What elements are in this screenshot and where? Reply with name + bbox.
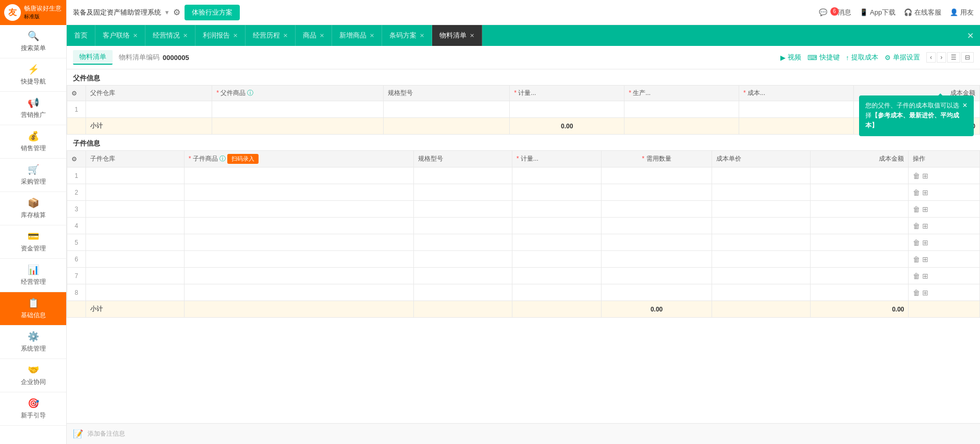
sidebar-item-operations[interactable]: 📊 经营管理 bbox=[0, 259, 66, 292]
scan-input-btn[interactable]: 扫码录入 bbox=[227, 154, 259, 164]
child-cell-spec-7[interactable] bbox=[414, 268, 512, 284]
user-btn[interactable]: 👤 用友 bbox=[950, 8, 974, 17]
parent-cell-product[interactable] bbox=[212, 101, 384, 118]
child-cell-product-4[interactable] bbox=[184, 218, 413, 234]
collapse-btn[interactable]: ⊟ bbox=[961, 52, 974, 63]
copy-icon-6[interactable]: ⊞ bbox=[922, 255, 928, 263]
copy-icon-2[interactable]: ⊞ bbox=[922, 188, 928, 197]
delete-icon-5[interactable]: 🗑 bbox=[913, 238, 920, 247]
tab-new-product[interactable]: 新增商品 ✕ bbox=[332, 25, 382, 46]
delete-icon-8[interactable]: 🗑 bbox=[913, 289, 920, 297]
child-col-settings[interactable]: ⚙ bbox=[67, 151, 86, 167]
parent-col-settings[interactable]: ⚙ bbox=[67, 86, 86, 101]
copy-icon-1[interactable]: ⊞ bbox=[922, 172, 928, 180]
sidebar-item-basicinfo[interactable]: 📋 基础信息 bbox=[0, 292, 66, 326]
tab-profit[interactable]: 利润报告 ✕ bbox=[195, 25, 246, 46]
child-cell-unit-cost-5[interactable] bbox=[712, 234, 811, 251]
tab-customer[interactable]: 客户联络 ✕ bbox=[95, 25, 145, 46]
tab-home[interactable]: 首页 bbox=[67, 25, 95, 46]
child-cell-qty-8[interactable] bbox=[602, 284, 712, 301]
copy-icon-5[interactable]: ⊞ bbox=[922, 238, 928, 247]
child-cell-spec-2[interactable] bbox=[414, 184, 512, 201]
tab-product[interactable]: 商品 ✕ bbox=[296, 25, 332, 46]
child-cell-qty-5[interactable] bbox=[602, 234, 712, 251]
child-cell-unit-cost-7[interactable] bbox=[712, 268, 811, 284]
delete-icon-6[interactable]: 🗑 bbox=[913, 255, 920, 263]
delete-icon-4[interactable]: 🗑 bbox=[913, 222, 920, 230]
dropdown-arrow-icon[interactable]: ▾ bbox=[165, 8, 169, 16]
child-cell-unit-3[interactable] bbox=[512, 201, 601, 218]
child-cell-product-1[interactable] bbox=[184, 167, 413, 184]
delete-icon-1[interactable]: 🗑 bbox=[913, 172, 920, 180]
delete-icon-3[interactable]: 🗑 bbox=[913, 205, 920, 213]
parent-cell-production[interactable] bbox=[624, 101, 739, 118]
child-cell-unit-7[interactable] bbox=[512, 268, 601, 284]
child-cell-unit-cost-3[interactable] bbox=[712, 201, 811, 218]
child-cell-unit-2[interactable] bbox=[512, 184, 601, 201]
copy-icon-8[interactable]: ⊞ bbox=[922, 289, 928, 297]
child-cell-warehouse-3[interactable] bbox=[86, 201, 185, 218]
sidebar-item-inventory[interactable]: 📦 库存核算 bbox=[0, 192, 66, 225]
sidebar-item-sales[interactable]: 💰 销售管理 bbox=[0, 125, 66, 159]
child-cell-product-8[interactable] bbox=[184, 284, 413, 301]
global-close-btn[interactable]: ✕ bbox=[961, 31, 980, 41]
child-cell-qty-7[interactable] bbox=[602, 268, 712, 284]
copy-icon-7[interactable]: ⊞ bbox=[922, 272, 928, 280]
child-cell-unit-cost-2[interactable] bbox=[712, 184, 811, 201]
child-cell-unit-cost-4[interactable] bbox=[712, 218, 811, 234]
hotkey-btn[interactable]: ⌨ 快捷键 bbox=[807, 53, 840, 62]
tab-product-close[interactable]: ✕ bbox=[320, 32, 324, 39]
sidebar-item-quicknav[interactable]: ⚡ 快捷导航 bbox=[0, 58, 66, 92]
app-download-btn[interactable]: 📱 App下载 bbox=[860, 8, 896, 17]
child-cell-qty-6[interactable] bbox=[602, 251, 712, 268]
sidebar-item-purchase[interactable]: 🛒 采购管理 bbox=[0, 159, 66, 192]
child-cell-warehouse-7[interactable] bbox=[86, 268, 185, 284]
list-view-btn[interactable]: ☰ bbox=[947, 52, 960, 63]
child-cell-warehouse-2[interactable] bbox=[86, 184, 185, 201]
extract-cost-btn[interactable]: ↑ 提取成本 bbox=[846, 53, 879, 62]
sidebar-item-search[interactable]: 🔍 搜索菜单 bbox=[0, 25, 66, 58]
message-btn[interactable]: 💬 6 消息 bbox=[819, 8, 851, 17]
tab-history-close[interactable]: ✕ bbox=[283, 32, 288, 39]
copy-icon-3[interactable]: ⊞ bbox=[922, 205, 928, 213]
tab-customer-close[interactable]: ✕ bbox=[133, 32, 138, 39]
child-cell-product-7[interactable] bbox=[184, 268, 413, 284]
child-cell-unit-1[interactable] bbox=[512, 167, 601, 184]
sidebar-item-system[interactable]: ⚙️ 系统管理 bbox=[0, 326, 66, 359]
child-cell-unit-cost-6[interactable] bbox=[712, 251, 811, 268]
sidebar-item-collab[interactable]: 🤝 企业协同 bbox=[0, 359, 66, 392]
child-cell-spec-6[interactable] bbox=[414, 251, 512, 268]
child-cell-warehouse-5[interactable] bbox=[86, 234, 185, 251]
copy-icon-4[interactable]: ⊞ bbox=[922, 222, 928, 230]
child-cell-warehouse-8[interactable] bbox=[86, 284, 185, 301]
child-cell-spec-8[interactable] bbox=[414, 284, 512, 301]
sidebar-item-guide[interactable]: 🎯 新手引导 bbox=[0, 392, 66, 426]
parent-cell-spec[interactable] bbox=[384, 101, 510, 118]
child-cell-spec-5[interactable] bbox=[414, 234, 512, 251]
child-info-icon[interactable]: ⓘ bbox=[219, 155, 226, 162]
next-btn[interactable]: › bbox=[937, 52, 946, 63]
child-cell-product-3[interactable] bbox=[184, 201, 413, 218]
sub-tab-bom[interactable]: 物料清单 bbox=[73, 50, 113, 65]
tab-ops-close[interactable]: ✕ bbox=[183, 32, 188, 39]
parent-cell-unit[interactable] bbox=[510, 101, 624, 118]
tab-barcode-close[interactable]: ✕ bbox=[420, 32, 424, 39]
delete-icon-2[interactable]: 🗑 bbox=[913, 188, 920, 197]
tab-barcode[interactable]: 条码方案 ✕ bbox=[382, 25, 432, 46]
child-cell-qty-4[interactable] bbox=[602, 218, 712, 234]
child-cell-qty-2[interactable] bbox=[602, 184, 712, 201]
child-cell-unit-cost-8[interactable] bbox=[712, 284, 811, 301]
child-cell-product-6[interactable] bbox=[184, 251, 413, 268]
parent-cell-warehouse[interactable] bbox=[86, 101, 212, 118]
tooltip-close-btn[interactable]: ✕ bbox=[962, 101, 967, 111]
child-cell-spec-1[interactable] bbox=[414, 167, 512, 184]
child-cell-product-5[interactable] bbox=[184, 234, 413, 251]
parent-cell-cost[interactable] bbox=[739, 101, 853, 118]
child-cell-unit-cost-1[interactable] bbox=[712, 167, 811, 184]
single-settings-btn[interactable]: ⚙ 单据设置 bbox=[885, 53, 920, 62]
tab-bom-close[interactable]: ✕ bbox=[470, 32, 474, 39]
child-cell-qty-3[interactable] bbox=[602, 201, 712, 218]
info-icon[interactable]: ⓘ bbox=[247, 89, 253, 97]
child-cell-warehouse-6[interactable] bbox=[86, 251, 185, 268]
online-service-btn[interactable]: 🎧 在线客服 bbox=[904, 8, 941, 17]
